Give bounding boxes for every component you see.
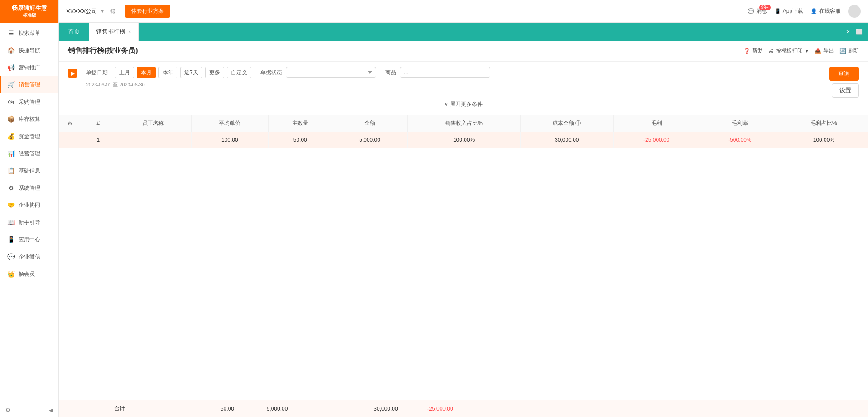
shortcut-icon: 🏠: [7, 46, 15, 54]
purchase-icon: 🛍: [7, 98, 15, 106]
print-btn[interactable]: 🖨 按模板打印 ▼: [768, 47, 809, 55]
refresh-btn[interactable]: 🔄 刷新: [839, 47, 859, 55]
sidebar-label-wechat: 企业微信: [19, 253, 40, 261]
query-btn[interactable]: 查询: [829, 67, 859, 81]
sidebar-label-finance: 资金管理: [19, 133, 40, 140]
company-selector[interactable]: XXXXX公司 ▼: [66, 7, 105, 15]
sidebar-item-member[interactable]: 👑 畅会员: [0, 265, 58, 283]
sidebar-label-operation: 经营管理: [19, 150, 40, 158]
basic-icon: 📋: [7, 167, 15, 175]
sidebar-item-system[interactable]: ⚙ 系统管理: [0, 179, 58, 197]
date-btn-本年[interactable]: 本年: [158, 67, 177, 78]
sidebar-item-apps[interactable]: 📱 应用中心: [0, 231, 58, 248]
date-btn-更多[interactable]: 更多: [205, 67, 224, 78]
cell-avg-price: 100.00: [192, 132, 268, 148]
maximize-icon[interactable]: ⬜: [856, 29, 863, 35]
service-icon: 👤: [810, 8, 817, 14]
print-dropdown-icon: ▼: [805, 48, 809, 53]
message-badge: 99+: [759, 5, 771, 10]
user-avatar[interactable]: [848, 5, 861, 18]
messages-btn[interactable]: 💬 消息 99+: [748, 7, 767, 15]
filter-toggle-icon[interactable]: ▶: [68, 69, 77, 78]
expand-label: 展开更多条件: [450, 101, 483, 108]
th-settings[interactable]: ⚙: [59, 115, 82, 132]
help-icon: ❓: [743, 48, 750, 54]
sidebar-label-sales: 销售管理: [19, 81, 40, 89]
finance-icon: 💰: [7, 132, 15, 140]
expand-more-btn[interactable]: ∨ 展开更多条件: [444, 101, 483, 108]
sidebar-item-sales[interactable]: 🛒 销售管理: [0, 76, 58, 93]
table-container: ⚙ # 员工名称 平均单价 主数量 全额 销售收入占比% 成本全额 ⓘ 毛利 毛…: [59, 115, 868, 400]
th-rank: #: [82, 115, 115, 132]
sidebar-collapse-icon[interactable]: ◀: [49, 407, 53, 413]
filter-area: ▶ 单据日期 上月本月本年近7天更多自定义 2023-06-01 至 2023-…: [59, 62, 868, 115]
sidebar-bottom: ⚙ ◀: [0, 403, 58, 417]
status-select[interactable]: [286, 67, 376, 78]
date-btn-上月[interactable]: 上月: [115, 67, 134, 78]
date-btn-本月[interactable]: 本月: [137, 67, 156, 78]
print-icon: 🖨: [768, 48, 774, 54]
app-download-label: App下载: [783, 7, 803, 15]
sidebar-item-operation[interactable]: 📊 经营管理: [0, 145, 58, 162]
sidebar: 畅康通好生意 标准版 ☰ 搜索菜单 🏠 快捷导航 📢 营销推广 🛒 销售管理 🛍…: [0, 0, 59, 417]
system-icon: ⚙: [7, 184, 15, 192]
date-btn-自定义[interactable]: 自定义: [227, 67, 251, 78]
tabbar-controls: ✕ ⬜: [846, 29, 868, 35]
date-filter-label: 单据日期: [86, 69, 108, 77]
date-btn-近7天[interactable]: 近7天: [180, 67, 202, 78]
th-amount: 全额: [332, 115, 407, 132]
settings-btn[interactable]: 设置: [832, 83, 859, 98]
date-range-display: 2023-06-01 至 2023-06-30: [86, 81, 251, 88]
tab-sales-ranking[interactable]: 销售排行榜 ×: [89, 23, 139, 41]
cell-amount: 5,000.00: [332, 132, 407, 148]
sidebar-label-member: 畅会员: [19, 270, 35, 278]
cell-gross-pct: 100.00%: [780, 132, 868, 148]
footer-gross: -25,000.00: [413, 406, 467, 412]
chevron-down-icon: ▼: [100, 9, 105, 14]
app-download-btn[interactable]: 📱 App下载: [774, 7, 803, 15]
status-filter-group: 单据状态: [260, 67, 376, 78]
sidebar-item-purchase[interactable]: 🛍 采购管理: [0, 93, 58, 110]
cell-cost: 30,000.00: [520, 132, 613, 148]
th-qty: 主数量: [268, 115, 332, 132]
sidebar-item-guide[interactable]: 📖 新手引导: [0, 214, 58, 231]
sidebar-label-guide: 新手引导: [19, 219, 40, 226]
sidebar-settings-icon[interactable]: ⚙: [5, 407, 10, 413]
sidebar-item-inventory[interactable]: 📦 库存核算: [0, 110, 58, 128]
cell-revenue-pct: 100.00%: [408, 132, 521, 148]
tab-close-icon[interactable]: ×: [128, 29, 131, 34]
sidebar-item-shortcut[interactable]: 🏠 快捷导航: [0, 42, 58, 59]
th-gross-rate: 毛利率: [700, 115, 780, 132]
sidebar-label-marketing: 营销推广: [19, 64, 40, 72]
search-icon: ☰: [7, 29, 15, 37]
trial-btn[interactable]: 体验行业方案: [125, 5, 170, 18]
cell-gross-rate: -500.00%: [700, 132, 780, 148]
footer-qty: 50.00: [205, 406, 250, 412]
sidebar-label-basic: 基础信息: [19, 167, 40, 175]
message-icon: 💬: [748, 8, 754, 14]
page-header: 销售排行榜(按业务员) ❓ 帮助 🖨 按模板打印 ▼ 📤 导出 🔄 刷新: [59, 41, 868, 62]
app-subtitle: 标准版: [23, 12, 36, 19]
sidebar-item-marketing[interactable]: 📢 营销推广: [0, 59, 58, 76]
sidebar-item-finance[interactable]: 💰 资金管理: [0, 128, 58, 145]
sidebar-label-system: 系统管理: [19, 184, 40, 192]
date-options: 上月本月本年近7天更多自定义: [115, 67, 251, 78]
chevron-down-icon: ∨: [444, 101, 448, 108]
member-icon: 👑: [7, 270, 15, 278]
export-icon: 📤: [815, 48, 821, 54]
collab-icon: 🤝: [7, 201, 15, 209]
sidebar-item-collab[interactable]: 🤝 企业协同: [0, 197, 58, 214]
inventory-icon: 📦: [7, 115, 15, 123]
close-window-icon[interactable]: ✕: [846, 29, 850, 35]
export-btn[interactable]: 📤 导出: [815, 47, 834, 55]
settings-icon[interactable]: ⚙: [110, 7, 116, 15]
sidebar-item-wechat[interactable]: 💬 企业微信: [0, 248, 58, 265]
table-row: 1 100.00 50.00 5,000.00 100.00% 30,000.0…: [59, 132, 868, 148]
goods-input-placeholder: ...: [404, 69, 408, 76]
page-title: 销售排行榜(按业务员): [68, 46, 138, 56]
tab-home[interactable]: 首页: [59, 23, 89, 41]
sidebar-item-search[interactable]: ☰ 搜索菜单: [0, 24, 58, 42]
online-service-btn[interactable]: 👤 在线客服: [810, 7, 841, 15]
help-btn[interactable]: ❓ 帮助: [743, 47, 763, 55]
sidebar-item-basic[interactable]: 📋 基础信息: [0, 162, 58, 179]
